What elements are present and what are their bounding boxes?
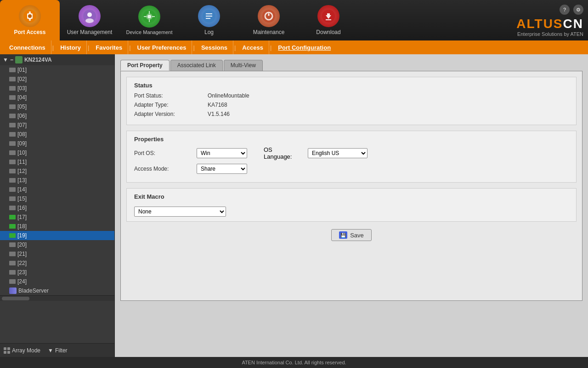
- port-access-icon: [19, 5, 41, 27]
- port-item-10[interactable]: [10]: [0, 148, 114, 157]
- port-label-11: [11]: [17, 159, 27, 165]
- properties-title: Properties: [134, 136, 569, 143]
- port-label-03: [03]: [17, 85, 27, 92]
- port-icon-04: [9, 95, 16, 100]
- logo-area: ? ⚙ ALTUSCN Enterprise Solutions by ATEN: [516, 5, 583, 37]
- port-status-label: Port Status:: [134, 92, 208, 99]
- minus-btn[interactable]: −: [10, 57, 13, 63]
- nav-item-user-management[interactable]: User Management: [60, 0, 119, 40]
- help-icon[interactable]: ?: [560, 5, 570, 15]
- port-item-19[interactable]: [19]: [0, 231, 114, 240]
- nav-item-device-management[interactable]: Device Management: [119, 0, 179, 40]
- port-label-05: [05]: [17, 104, 27, 110]
- port-label-14: [14]: [17, 186, 27, 193]
- nav-item-port-access[interactable]: Port Access: [0, 0, 60, 40]
- nav-item-log[interactable]: Log: [179, 0, 239, 40]
- port-item-21[interactable]: [21]: [0, 249, 114, 259]
- adapter-version-value: V1.5.146: [208, 111, 230, 117]
- nav-label-user-management: User Management: [67, 29, 113, 35]
- nav-label-maintenance: Maintenance: [253, 29, 285, 35]
- port-icon-06: [9, 114, 16, 118]
- sidebar: ▼ − KN2124VA [01] [02] [03] [04]: [0, 54, 115, 357]
- tab-favorites[interactable]: Favorites: [90, 40, 128, 54]
- svg-rect-17: [206, 16, 212, 17]
- port-label-22: [22]: [17, 260, 27, 266]
- tab-sessions[interactable]: Sessions: [196, 40, 233, 54]
- status-section: Status Port Status: OnlineMountable Adap…: [126, 77, 577, 125]
- array-mode-label: Array Mode: [12, 347, 40, 354]
- port-label-15: [15]: [17, 196, 27, 202]
- port-item-07[interactable]: [07]: [0, 121, 114, 130]
- filter-btn[interactable]: ▼ Filter: [48, 347, 68, 354]
- tab-port-configuration[interactable]: Port Configuration: [272, 40, 336, 54]
- blade-server-icon: [9, 288, 17, 294]
- port-icon-14: [9, 187, 16, 192]
- statusbar-text: ATEN International Co. Ltd. All rights r…: [242, 360, 346, 365]
- tab-user-preferences[interactable]: User Preferences: [132, 40, 192, 54]
- port-item-15[interactable]: [15]: [0, 194, 114, 203]
- port-item-08[interactable]: [08]: [0, 130, 114, 139]
- adapter-type-value: KA7168: [208, 102, 227, 108]
- svg-rect-4: [29, 18, 31, 21]
- port-item-16[interactable]: [16]: [0, 203, 114, 213]
- port-icon-22: [9, 261, 16, 265]
- port-item-23[interactable]: [23]: [0, 268, 114, 277]
- access-mode-label: Access Mode:: [134, 166, 189, 172]
- tab-associated-link[interactable]: Associated Link: [170, 60, 223, 71]
- port-item-09[interactable]: [09]: [0, 139, 114, 148]
- access-mode-row: Access Mode: Share Exclusive Occupy: [134, 164, 569, 174]
- port-item-22[interactable]: [22]: [0, 259, 114, 268]
- save-button[interactable]: 💾 Save: [331, 229, 372, 241]
- array-mode-btn[interactable]: Array Mode: [4, 347, 40, 354]
- tab-history[interactable]: History: [55, 40, 87, 54]
- nav-item-maintenance[interactable]: Maintenance: [239, 0, 299, 40]
- port-list: [01] [02] [03] [04] [05] [06]: [0, 65, 114, 295]
- adapter-type-row: Adapter Type: KA7168: [134, 102, 569, 108]
- save-area: 💾 Save: [121, 229, 582, 241]
- port-item-13[interactable]: [13]: [0, 176, 114, 185]
- port-label-16: [16]: [17, 205, 27, 211]
- port-label-23: [23]: [17, 269, 27, 276]
- collapse-btn[interactable]: ▼: [3, 57, 8, 63]
- port-item-03[interactable]: [03]: [0, 84, 114, 93]
- svg-rect-11: [149, 11, 150, 14]
- logo-sub: Enterprise Solutions by ATEN: [517, 31, 583, 37]
- nav-item-download[interactable]: Download: [299, 0, 358, 40]
- tab-connections[interactable]: Connections: [4, 40, 51, 54]
- port-label-08: [08]: [17, 131, 27, 138]
- port-item-14[interactable]: [14]: [0, 185, 114, 194]
- port-icon-19: [9, 233, 16, 238]
- svg-point-6: [87, 12, 92, 17]
- settings-icon[interactable]: ⚙: [573, 5, 583, 15]
- svg-rect-14: [152, 16, 155, 17]
- port-item-24[interactable]: [24]: [0, 277, 114, 286]
- exit-macro-select[interactable]: None: [134, 207, 226, 217]
- port-item-17[interactable]: [17]: [0, 213, 114, 222]
- tab-access[interactable]: Access: [237, 40, 269, 54]
- properties-section: Properties Port OS: Win Mac Sun Other OS…: [126, 131, 577, 183]
- svg-rect-13: [144, 16, 147, 17]
- blade-server-item[interactable]: BladeServer: [0, 286, 114, 295]
- port-os-select[interactable]: Win Mac Sun Other: [197, 148, 247, 158]
- access-mode-select[interactable]: Share Exclusive Occupy: [197, 164, 247, 174]
- port-icon-02: [9, 77, 16, 81]
- port-item-20[interactable]: [20]: [0, 240, 114, 249]
- tab-port-property[interactable]: Port Property: [120, 60, 170, 71]
- port-item-18[interactable]: [18]: [0, 222, 114, 231]
- os-language-label: OS Language:: [264, 146, 300, 160]
- port-status-value: OnlineMountable: [208, 92, 249, 99]
- sidebar-header: ▼ − KN2124VA: [0, 54, 114, 65]
- sidebar-scrollbar-x[interactable]: [0, 295, 114, 301]
- port-item-12[interactable]: [12]: [0, 167, 114, 176]
- port-item-06[interactable]: [06]: [0, 111, 114, 121]
- port-item-02[interactable]: [02]: [0, 75, 114, 84]
- os-language-select[interactable]: English US English UK French German Japa…: [308, 148, 368, 158]
- port-item-04[interactable]: [04]: [0, 93, 114, 102]
- port-icon-01: [9, 68, 16, 72]
- filter-label: Filter: [55, 347, 68, 354]
- tab-multi-view[interactable]: Multi-View: [224, 60, 263, 71]
- port-item-01[interactable]: [01]: [0, 65, 114, 75]
- port-item-05[interactable]: [05]: [0, 102, 114, 111]
- port-item-11[interactable]: [11]: [0, 157, 114, 167]
- svg-rect-3: [29, 12, 31, 14]
